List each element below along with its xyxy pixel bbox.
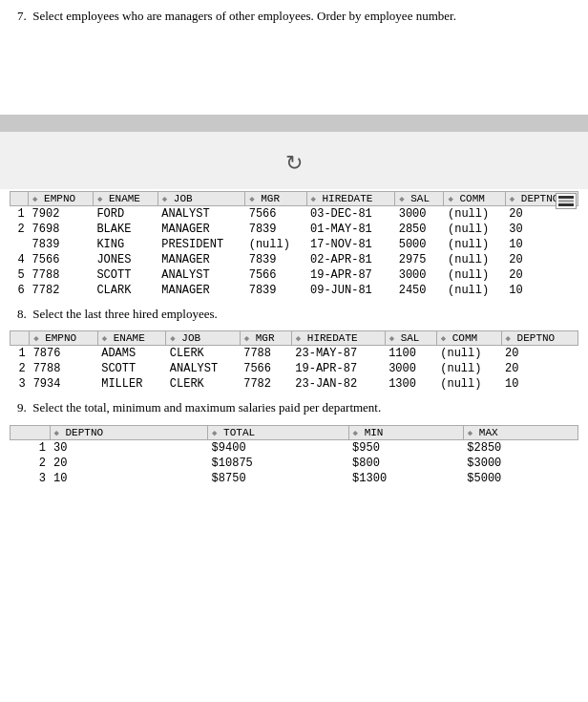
table-cell: 7839: [245, 283, 306, 298]
table-cell: 30: [50, 439, 208, 456]
q9-text: Select the total, minimum and maximum sa…: [32, 400, 381, 415]
table-cell: 17-NOV-81: [306, 237, 395, 252]
table-cell: MANAGER: [158, 283, 244, 298]
scroll-line-1: [558, 196, 574, 199]
table9-col-max[interactable]: ◆ MAX: [463, 425, 578, 439]
table-cell: 7788: [30, 361, 98, 376]
row-number: 1: [10, 439, 51, 456]
table7-col-mgr[interactable]: ◆ MGR: [245, 192, 306, 206]
refresh-icon-7[interactable]: ↻: [285, 151, 303, 176]
table8-col-deptno[interactable]: ◆ DEPTNO: [501, 331, 578, 346]
table-row: 47566JONESMANAGER783902-APR-812975(null)…: [10, 252, 578, 267]
table-cell: (null): [444, 237, 505, 252]
table-cell: 7566: [240, 361, 291, 376]
table-cell: 3000: [395, 206, 444, 223]
table-cell: $1300: [348, 471, 463, 486]
table-cell: 1100: [385, 346, 436, 362]
table8-col-hiredate[interactable]: ◆ HIREDATE: [291, 331, 385, 346]
page: 7. Select employees who are managers of …: [0, 0, 588, 486]
table-cell: 7566: [245, 206, 306, 223]
table-cell: $8750: [208, 471, 349, 486]
q7-section: 7. Select employees who are managers of …: [0, 0, 588, 111]
table-cell: 2975: [395, 252, 444, 267]
table-cell: 7788: [240, 346, 291, 362]
row-number: 4: [10, 252, 29, 267]
q9-section: 9. Select the total, minimum and maximum…: [0, 395, 588, 422]
table-cell: PRESIDENT: [158, 237, 244, 252]
table7-col-ename[interactable]: ◆ ENAME: [93, 192, 158, 206]
table8-col-empno[interactable]: ◆ EMPNO: [30, 331, 98, 346]
table7-col-empno[interactable]: ◆ EMPNO: [29, 192, 94, 206]
table-row: 27788SCOTTANALYST756619-APR-873000(null)…: [10, 361, 578, 376]
scroll-indicator-7[interactable]: [556, 193, 577, 209]
table-cell: (null): [444, 283, 505, 298]
table-row: 130$9400$950$2850: [10, 439, 578, 456]
table-cell: BLAKE: [93, 222, 158, 237]
table-cell: 03-DEC-81: [306, 206, 395, 223]
q9-header: 9. Select the total, minimum and maximum…: [17, 399, 571, 416]
table-row: 7839KINGPRESIDENT(null)17-NOV-815000(nul…: [10, 237, 578, 252]
table9-col-deptno[interactable]: ◆ DEPTNO: [50, 425, 208, 439]
table-cell: 7902: [29, 206, 94, 223]
table-row: 310$8750$1300$5000: [10, 471, 578, 486]
table-cell: 01-MAY-81: [306, 222, 395, 237]
table-cell: $10875: [208, 456, 349, 471]
row-number: 1: [10, 206, 29, 223]
row-number: 1: [10, 346, 30, 362]
table7-col-sal[interactable]: ◆ SAL: [395, 192, 444, 206]
table-row: 67782CLARKMANAGER783909-JUN-812450(null)…: [10, 283, 578, 298]
table8-col-mgr[interactable]: ◆ MGR: [240, 331, 291, 346]
table-cell: 5000: [395, 237, 444, 252]
table-cell: CLERK: [166, 346, 240, 362]
table-cell: $5000: [463, 471, 578, 486]
table-cell: CLERK: [166, 376, 240, 392]
table-cell: 09-JUN-81: [306, 283, 395, 298]
table-cell: 20: [501, 346, 578, 362]
table-cell: 2450: [395, 283, 444, 298]
table7-col-comm[interactable]: ◆ COMM: [444, 192, 505, 206]
row-number: 3: [10, 376, 30, 392]
table-cell: 7698: [29, 222, 94, 237]
q7-number: 7.: [17, 9, 27, 23]
table-cell: (null): [436, 376, 501, 392]
table8-col-job[interactable]: ◆ JOB: [166, 331, 240, 346]
table-cell: (null): [436, 361, 501, 376]
table-cell: ANALYST: [166, 361, 240, 376]
table9-col-total[interactable]: ◆ TOTAL: [208, 425, 349, 439]
table-cell: (null): [444, 267, 505, 283]
table7-col-hiredate[interactable]: ◆ HIREDATE: [306, 192, 395, 206]
table-cell: FORD: [93, 206, 158, 223]
table-cell: 7934: [30, 376, 98, 392]
table8-col-comm[interactable]: ◆ COMM: [436, 331, 501, 346]
table-cell: 20: [50, 456, 208, 471]
table-cell: 23-MAY-87: [291, 346, 385, 362]
table-cell: CLARK: [93, 283, 158, 298]
table7-col-job[interactable]: ◆ JOB: [158, 192, 244, 206]
table-cell: 1300: [385, 376, 436, 392]
q8-text: Select the last three hired employees.: [32, 307, 217, 321]
table-cell: ADAMS: [97, 346, 166, 362]
table8-rownum-header: [10, 331, 30, 346]
q8-header: 8. Select the last three hired employees…: [17, 306, 571, 323]
table8-col-ename[interactable]: ◆ ENAME: [97, 331, 166, 346]
row-number: 3: [10, 471, 51, 486]
table-cell: MANAGER: [158, 252, 244, 267]
q9-number: 9.: [17, 400, 27, 415]
table-cell: 10: [501, 376, 578, 392]
table8-col-sal[interactable]: ◆ SAL: [385, 331, 436, 346]
table-cell: 19-APR-87: [291, 361, 385, 376]
table-cell: 23-JAN-82: [291, 376, 385, 392]
row-number: 2: [10, 456, 51, 471]
divider-bar-7: [0, 115, 588, 132]
table9-col-min[interactable]: ◆ MIN: [348, 425, 463, 439]
table-cell: ANALYST: [158, 206, 244, 223]
q7-empty-space: [17, 29, 571, 105]
table-cell: MILLER: [97, 376, 166, 392]
table-cell: ANALYST: [158, 267, 244, 283]
table-row: 220$10875$800$3000: [10, 456, 578, 471]
table-cell: 7566: [245, 267, 306, 283]
row-number: 2: [10, 361, 30, 376]
table-cell: 02-APR-81: [306, 252, 395, 267]
table9-rownum-header: [10, 425, 51, 439]
table-cell: $3000: [463, 456, 578, 471]
